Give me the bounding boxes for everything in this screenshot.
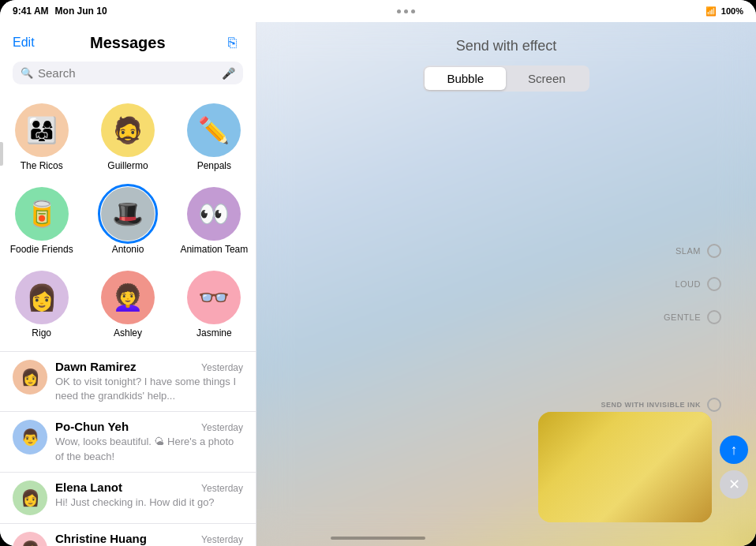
msg-name-dawn-ramirez: Dawn Ramirez (55, 360, 137, 373)
right-content: Send with effect BubbleScreen SLAM LOUD … (256, 22, 756, 546)
status-date: Mon Jun 10 (55, 6, 107, 17)
msg-preview-po-chun-yeh: Wow, looks beautiful. 🌤 Here's a photo o… (55, 435, 243, 463)
effect-label-gentle: GENTLE (664, 312, 701, 322)
msg-avatar-dawn-ramirez: 👩 (13, 360, 47, 395)
conversation-elena-lanot[interactable]: 👩 Elena Lanot Yesterday Hi! Just checkin… (0, 473, 256, 524)
msg-top-row-elena-lanot: Elena Lanot Yesterday (55, 481, 243, 494)
invisible-ink-radio[interactable] (707, 398, 721, 412)
pinned-contact-foodie-friends[interactable]: 🥫 Foodie Friends (0, 181, 83, 261)
invisible-ink-option[interactable]: SEND WITH INVISIBLE INK (601, 398, 721, 412)
pinned-contact-the-ricos[interactable]: 👨‍👩‍👧 The Ricos (0, 97, 83, 178)
msg-content-dawn-ramirez: Dawn Ramirez Yesterday OK to visit tonig… (55, 360, 243, 403)
pinned-contact-antonio[interactable]: 🎩 Antonio (86, 181, 169, 261)
pinned-name-ashley: Ashley (114, 327, 142, 338)
status-bar-right: 📶 100% (705, 6, 743, 17)
cancel-icon: ✕ (728, 476, 740, 493)
pinned-name-jasmine: Jasmine (196, 327, 232, 338)
message-list: 👩 Dawn Ramirez Yesterday OK to visit ton… (0, 351, 256, 546)
pinned-avatar-jasmine: 👓 (187, 271, 241, 324)
sidebar-title: Messages (35, 34, 221, 52)
conversation-dawn-ramirez[interactable]: 👩 Dawn Ramirez Yesterday OK to visit ton… (0, 352, 256, 412)
sidebar: Edit Messages ⎘ 🔍 🎤 👨‍👩‍👧 The Ricos (0, 22, 256, 546)
mic-icon[interactable]: 🎤 (222, 67, 235, 80)
msg-avatar-po-chun-yeh: 👨 (13, 420, 47, 454)
compose-icon: ⎘ (228, 35, 237, 51)
pinned-avatar-the-ricos: 👨‍👩‍👧 (15, 103, 69, 157)
effect-option-gentle[interactable]: GENTLE (664, 310, 721, 324)
pinned-contact-ashley[interactable]: 👩‍🦱 Ashley (86, 264, 169, 345)
pinned-avatar-penpals: ✏️ (187, 103, 241, 157)
tab-bubble[interactable]: Bubble (425, 67, 506, 90)
device-frame: 9:41 AM Mon Jun 10 📶 100% Edit Messages … (0, 0, 756, 546)
battery-label: 100% (721, 6, 743, 16)
pinned-contacts-grid: 👨‍👩‍👧 The Ricos 🧔 Guillermo ✏️ Penpals 🥫… (0, 91, 256, 351)
pinned-avatar-foodie-friends: 🥫 (15, 187, 69, 241)
msg-name-christine-huang: Christine Huang (55, 532, 147, 545)
search-input[interactable] (38, 66, 217, 80)
action-buttons: ↑ ✕ (720, 436, 748, 499)
main-layout: Edit Messages ⎘ 🔍 🎤 👨‍👩‍👧 The Ricos (0, 22, 756, 546)
msg-top-row-christine-huang: Christine Huang Yesterday (55, 532, 243, 545)
center-dot-1 (397, 9, 401, 13)
left-notch (0, 142, 3, 166)
msg-name-po-chun-yeh: Po-Chun Yeh (55, 420, 129, 433)
effect-radio-gentle[interactable] (707, 310, 721, 324)
effect-label-loud: LOUD (675, 279, 701, 289)
sidebar-header: Edit Messages ⎘ 🔍 🎤 (0, 22, 256, 91)
pinned-name-the-ricos: The Ricos (21, 160, 63, 171)
toggle-container: BubbleScreen (423, 65, 589, 92)
edit-button[interactable]: Edit (13, 36, 35, 50)
effect-option-loud[interactable]: LOUD (675, 277, 721, 291)
pinned-avatar-guillermo: 🧔 (101, 103, 155, 157)
pinned-avatar-rigo: 👩 (15, 271, 69, 324)
pinned-contact-jasmine[interactable]: 👓 Jasmine (173, 264, 256, 345)
pinned-name-penpals: Penpals (197, 160, 231, 171)
pinned-contact-animation-team[interactable]: 👀 Animation Team (173, 181, 256, 261)
status-bar-left: 9:41 AM Mon Jun 10 (13, 6, 107, 17)
pinned-contact-penpals[interactable]: ✏️ Penpals (173, 97, 256, 178)
center-dot-2 (404, 9, 408, 13)
effect-toggle: BubbleScreen (256, 65, 756, 92)
send-icon: ↑ (731, 442, 738, 458)
conversation-po-chun-yeh[interactable]: 👨 Po-Chun Yeh Yesterday Wow, looks beaut… (0, 412, 256, 472)
cancel-button[interactable]: ✕ (720, 470, 748, 499)
msg-time-dawn-ramirez: Yesterday (201, 362, 243, 373)
pinned-name-rigo: Rigo (32, 327, 51, 338)
search-bar[interactable]: 🔍 🎤 (13, 62, 243, 84)
tab-screen[interactable]: Screen (506, 67, 588, 90)
msg-preview-dawn-ramirez: OK to visit tonight? I have some things … (55, 375, 243, 403)
wifi-icon: 📶 (705, 6, 717, 17)
effect-radio-loud[interactable] (707, 277, 721, 291)
pinned-name-guillermo: Guillermo (107, 160, 148, 171)
msg-avatar-christine-huang: 👩 (13, 532, 47, 546)
status-time: 9:41 AM (13, 6, 49, 17)
effect-option-slam[interactable]: SLAM (676, 244, 721, 258)
message-preview-card (538, 412, 712, 522)
pinned-name-antonio: Antonio (112, 244, 144, 255)
conversation-christine-huang[interactable]: 👩 Christine Huang Yesterday Me too, haha… (0, 524, 256, 546)
send-button[interactable]: ↑ (720, 436, 748, 464)
effect-label-slam: SLAM (676, 246, 701, 256)
pinned-contact-rigo[interactable]: 👩 Rigo (0, 264, 83, 345)
compose-button[interactable]: ⎘ (221, 32, 243, 54)
msg-avatar-elena-lanot: 👩 (13, 481, 47, 515)
effect-options-list: SLAM LOUD GENTLE (664, 244, 721, 324)
pinned-name-animation-team: Animation Team (180, 244, 248, 255)
msg-name-elena-lanot: Elena Lanot (55, 481, 122, 494)
effect-radio-slam[interactable] (707, 244, 721, 258)
status-bar: 9:41 AM Mon Jun 10 📶 100% (0, 0, 756, 22)
status-bar-center-dots (397, 9, 415, 13)
msg-preview-elena-lanot: Hi! Just checking in. How did it go? (55, 496, 243, 510)
effect-title: Send with effect (456, 38, 557, 54)
invisible-ink-label: SEND WITH INVISIBLE INK (601, 401, 701, 409)
pinned-contact-guillermo[interactable]: 🧔 Guillermo (86, 97, 169, 178)
pinned-name-foodie-friends: Foodie Friends (10, 244, 73, 255)
msg-content-po-chun-yeh: Po-Chun Yeh Yesterday Wow, looks beautif… (55, 420, 243, 463)
pinned-avatar-animation-team: 👀 (187, 187, 241, 241)
search-icon: 🔍 (21, 67, 33, 79)
center-dot-3 (411, 9, 415, 13)
pinned-avatar-antonio: 🎩 (101, 187, 155, 241)
right-panel: Send with effect BubbleScreen SLAM LOUD … (256, 22, 756, 546)
msg-content-christine-huang: Christine Huang Yesterday Me too, haha. … (55, 532, 243, 546)
pinned-avatar-ashley: 👩‍🦱 (101, 271, 155, 324)
